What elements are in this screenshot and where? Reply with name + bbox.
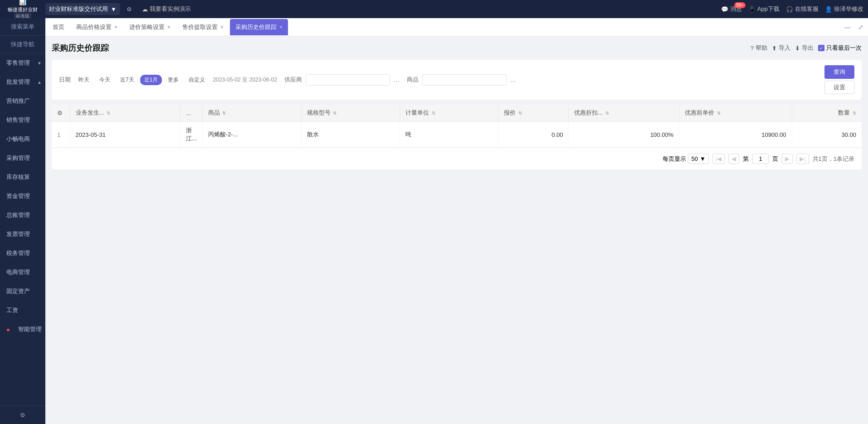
filter-settings-btn[interactable]: 设置 (824, 81, 854, 94)
th-quote[interactable]: 报价 ⇅ (498, 104, 569, 122)
page-input[interactable] (752, 154, 769, 164)
sidebar-item-inventory[interactable]: 库存核算 (0, 168, 45, 187)
th-unit[interactable]: 计量单位 ⇅ (400, 104, 498, 122)
th-discount-price[interactable]: 优惠前单价 ⇅ (679, 104, 792, 122)
sidebar-item-invoice[interactable]: 发票管理 (0, 225, 45, 244)
tab-home[interactable]: 首页 (47, 19, 70, 35)
product-select[interactable]: 好业财标准版交付试用 ▼ (45, 3, 120, 15)
date-btn-last1month[interactable]: 近1月 (140, 75, 162, 85)
tab-minimize-btn[interactable]: — (842, 22, 853, 33)
only-last-checkbox[interactable]: ✓ 只看最后一次 (818, 44, 862, 52)
tab-pricing-strategy[interactable]: 进价策略设置 × (124, 19, 176, 35)
sidebar-item-general-ledger[interactable]: 总账管理 (0, 206, 45, 225)
date-btn-custom[interactable]: 自定义 (185, 75, 209, 85)
tab-price-label: 商品价格设置 (76, 23, 112, 31)
th-spec[interactable]: 规格型号 ⇅ (301, 104, 400, 122)
app-download-btn[interactable]: 📱 App下载 (748, 5, 780, 13)
sidebar-item-marketing[interactable]: 营销推广 (0, 92, 45, 111)
demo-btn[interactable]: ☁ 我要看实例演示 (138, 3, 195, 15)
sidebar-settings-btn[interactable]: ⚙ (0, 406, 45, 424)
goods-input[interactable] (422, 74, 507, 86)
ecommerce-small-label: 小畅电商 (6, 135, 30, 143)
page-next-btn[interactable]: ▶ (782, 154, 793, 164)
tab-sale-price-close[interactable]: × (220, 24, 224, 30)
pagination: 每页显示 50 ▼ |◀ ◀ 第 页 ▶ ▶| 共1页，1条记录 (52, 148, 862, 169)
sidebar-item-ecommerce-small[interactable]: 小畅电商 (0, 130, 45, 149)
top-header: 📊 畅捷通好业财 标准版 好业财标准版交付试用 ▼ ⚙ ☁ 我要看实例演示 💬 … (0, 0, 868, 18)
sidebar-quick-nav[interactable]: 快捷导航 (0, 36, 45, 53)
table-row: 1 2023-05-31 浙江... 丙烯酸-2-... 散水 吨 0.00 1… (52, 122, 862, 148)
page-first-btn[interactable]: |◀ (712, 154, 725, 164)
ecommerce-label: 电商管理 (6, 268, 30, 276)
sidebar-item-smart[interactable]: ● 智能管理 (0, 320, 45, 339)
th-discount-pct[interactable]: 优惠折扣... ⇅ (569, 104, 679, 122)
tab-price[interactable]: 商品价格设置 × (71, 19, 123, 35)
page-last-btn[interactable]: ▶| (796, 154, 809, 164)
supplier-input[interactable] (306, 74, 390, 86)
finance-label: 资金管理 (6, 192, 30, 200)
date-btn-today[interactable]: 今天 (95, 75, 114, 85)
th-quantity-label: 数量 (838, 109, 850, 116)
sidebar-item-finance[interactable]: 资金管理 (0, 187, 45, 206)
dot-icon: ● (6, 326, 10, 333)
question-icon: ? (751, 45, 754, 52)
tab-sale-price[interactable]: 售价提取设置 × (177, 19, 229, 35)
goods-filter-group: 商品 ... (407, 74, 516, 86)
import-btn[interactable]: ⬆ 导入 (772, 44, 790, 52)
page-size-dropdown[interactable]: 50 ▼ (688, 154, 708, 164)
help-btn[interactable]: ? 帮助 (751, 44, 767, 52)
cell-quote: 0.00 (498, 122, 569, 148)
data-table: ⚙ 业务发生... ⇅ ... 商品 ⇅ (52, 104, 862, 148)
tab-purchase-history-label: 采购历史价跟踪 (235, 23, 277, 31)
th-date[interactable]: 业务发生... ⇅ (70, 104, 180, 122)
sidebar-item-payroll[interactable]: 工资 (0, 301, 45, 320)
th-goods[interactable]: 商品 ⇅ (202, 104, 301, 122)
import-icon: ⬆ (772, 45, 777, 52)
goods-more-btn[interactable]: ... (510, 76, 516, 84)
sidebar-item-tax[interactable]: 税务管理 (0, 244, 45, 263)
settings-icon-btn[interactable]: ⚙ (125, 4, 134, 14)
th-discount-price-label: 优惠前单价 (685, 109, 714, 116)
app-download-label: App下载 (757, 5, 780, 13)
notifications-btn[interactable]: 💬 消息 99+ (721, 5, 742, 13)
table-container: ⚙ 业务发生... ⇅ ... 商品 ⇅ (52, 104, 862, 169)
sort-icon: ⇅ (107, 111, 110, 116)
sidebar-item-purchase[interactable]: 采购管理 (0, 149, 45, 168)
sidebar-item-sales[interactable]: 销售管理 (0, 111, 45, 130)
page-prev-btn[interactable]: ◀ (728, 154, 739, 164)
tab-pricing-strategy-label: 进价策略设置 (129, 23, 165, 31)
date-label: 日期 (59, 76, 71, 84)
cloud-icon: ☁ (142, 6, 148, 13)
tab-pricing-strategy-close[interactable]: × (167, 24, 171, 30)
sidebar-item-retail[interactable]: 零售管理 ▼ (0, 53, 45, 72)
sidebar-search-menu[interactable]: 搜索菜单 (0, 18, 45, 36)
online-service-label: 在线客服 (795, 5, 819, 13)
export-icon: ⬇ (795, 45, 800, 52)
th-dots-label: ... (186, 110, 191, 116)
tab-expand-btn[interactable]: ⤢ (855, 22, 866, 33)
sort-icon-quote: ⇅ (518, 111, 522, 116)
date-btn-more[interactable]: 更多 (164, 75, 183, 85)
notifications-badge: 99+ (734, 2, 746, 8)
sidebar-item-ecommerce[interactable]: 电商管理 (0, 263, 45, 282)
date-btn-yesterday[interactable]: 昨天 (74, 75, 93, 85)
cell-num: 1 (52, 122, 70, 148)
sidebar-item-wholesale[interactable]: 批发管理 ▲ (0, 72, 45, 92)
tab-purchase-history-close[interactable]: × (279, 24, 283, 30)
sort-icon-unit: ⇅ (432, 111, 435, 116)
main-layout: 搜索菜单 快捷导航 零售管理 ▼ 批发管理 ▲ 营销推广 销售管理 小畅电商 采… (0, 18, 868, 424)
user-area[interactable]: 👤 徐泽华修改 (825, 5, 863, 13)
tab-price-close[interactable]: × (114, 24, 117, 30)
retail-label: 零售管理 (6, 59, 30, 67)
date-btn-last7[interactable]: 近7天 (116, 75, 138, 85)
th-gear[interactable]: ⚙ (52, 104, 70, 122)
tab-purchase-history[interactable]: 采购历史价跟踪 × (230, 19, 288, 35)
export-btn[interactable]: ⬇ 导出 (795, 44, 814, 52)
supplier-more-btn[interactable]: ... (394, 76, 400, 84)
cell-unit: 吨 (400, 122, 498, 148)
online-service-btn[interactable]: 🎧 在线客服 (786, 5, 819, 13)
th-quantity[interactable]: 数量 ⇅ (792, 104, 862, 122)
th-dots[interactable]: ... (180, 104, 202, 122)
query-btn[interactable]: 查询 (824, 65, 854, 79)
sidebar-item-fixed-assets[interactable]: 固定资产 (0, 282, 45, 301)
